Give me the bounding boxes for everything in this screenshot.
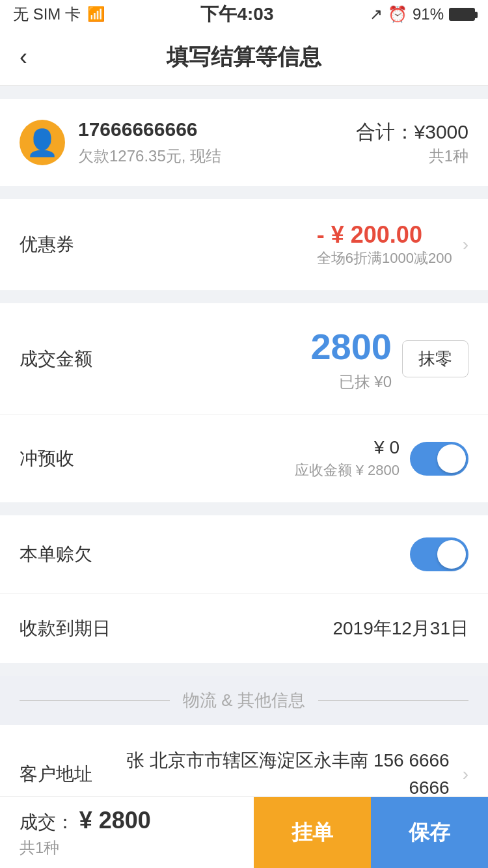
divider-line-left <box>20 700 170 701</box>
address-label: 客户地址 <box>20 762 92 787</box>
coupon-row[interactable]: 优惠券 - ¥ 200.00 全场6折满1000减200 › <box>0 199 488 290</box>
coupon-amount: - ¥ 200.00 <box>317 221 452 249</box>
page-title: 填写结算等信息 <box>167 42 321 72</box>
erased-label: 已抹 ¥0 <box>310 372 392 392</box>
customer-total: 合计：¥3000 <box>356 119 468 146</box>
sep-1 <box>0 186 488 199</box>
divider-line-right <box>318 700 468 701</box>
customer-debt: 欠款1276.35元, 现结 <box>78 146 221 167</box>
sep-2 <box>0 290 488 303</box>
coupon-label: 优惠券 <box>20 232 74 257</box>
battery-icon <box>449 8 475 21</box>
prepay-toggle[interactable] <box>410 442 468 476</box>
debt-toggle-knob <box>437 540 466 569</box>
bottom-deal-label: 成交： <box>20 812 74 832</box>
hang-button[interactable]: 挂单 <box>254 797 371 869</box>
location-icon: ↗ <box>370 5 383 23</box>
status-bar: 无 SIM 卡 📶 下午4:03 ↗ ⏰ 91% <box>0 0 488 29</box>
avatar: 👤 <box>20 120 65 165</box>
alarm-icon: ⏰ <box>388 5 407 23</box>
toggle-knob <box>437 444 466 473</box>
due-date-row: 收款到期日 2019年12月31日 <box>0 594 488 663</box>
content-area: 👤 17666666666 欠款1276.35元, 现结 合计：¥3000 共1… <box>0 99 488 868</box>
due-date-value: 2019年12月31日 <box>332 616 468 641</box>
wifi-icon: 📶 <box>87 6 105 23</box>
amount-section: 成交金额 2800 已抹 ¥0 抹零 冲预收 ¥ 0 应收金额 ¥ 2800 <box>0 303 488 502</box>
address-value: 张 北京市市辖区海淀区永丰南 156 6666 6666 <box>92 747 463 802</box>
bottom-deal-amount: ¥ 2800 <box>79 807 151 834</box>
address-chevron-icon: › <box>463 764 468 785</box>
deal-amount-value: 2800 <box>310 325 392 368</box>
status-time: 下午4:03 <box>200 2 273 27</box>
customer-phone: 17666666666 <box>78 118 221 141</box>
prepay-row: 冲预收 ¥ 0 应收金额 ¥ 2800 <box>0 415 488 502</box>
debt-toggle[interactable] <box>410 537 468 571</box>
sep-3 <box>0 502 488 515</box>
battery-text: 91% <box>413 5 444 23</box>
divider-text: 物流 & 其他信息 <box>183 689 305 712</box>
debt-label: 本单赊欠 <box>20 542 92 567</box>
save-button[interactable]: 保存 <box>371 797 488 869</box>
sep-4 <box>0 663 488 676</box>
avatar-icon: 👤 <box>26 128 59 158</box>
nav-bar: ‹ 填写结算等信息 <box>0 29 488 86</box>
deal-amount-row: 成交金额 2800 已抹 ¥0 抹零 <box>0 303 488 415</box>
due-date-label: 收款到期日 <box>20 616 111 641</box>
deal-amount-label: 成交金额 <box>20 347 92 372</box>
bottom-count: 共1种 <box>20 837 234 858</box>
customer-count: 共1种 <box>356 146 468 167</box>
coupon-desc: 全场6折满1000减200 <box>317 249 452 268</box>
debt-section: 本单赊欠 收款到期日 2019年12月31日 <box>0 515 488 663</box>
status-carrier: 无 SIM 卡 📶 <box>13 4 105 25</box>
round-button[interactable]: 抹零 <box>402 340 468 377</box>
debt-row: 本单赊欠 <box>0 515 488 594</box>
prepay-label: 冲预收 <box>20 446 74 471</box>
logistics-divider: 物流 & 其他信息 <box>0 676 488 725</box>
coupon-section: 优惠券 - ¥ 200.00 全场6折满1000减200 › <box>0 199 488 290</box>
prepay-receivable: 应收金额 ¥ 2800 <box>295 461 400 480</box>
bottom-bar: 成交： ¥ 2800 共1种 挂单 保存 <box>0 796 488 868</box>
prepay-amount: ¥ 0 <box>295 437 400 458</box>
coupon-chevron-icon: › <box>463 234 468 255</box>
customer-card: 👤 17666666666 欠款1276.35元, 现结 合计：¥3000 共1… <box>0 99 488 186</box>
back-button[interactable]: ‹ <box>20 44 27 71</box>
